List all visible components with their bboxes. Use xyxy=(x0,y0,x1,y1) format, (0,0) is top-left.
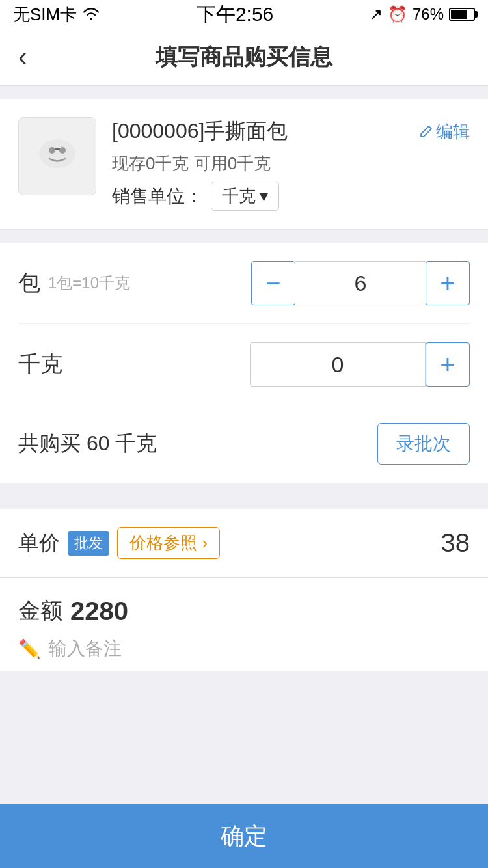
product-logo-icon xyxy=(38,137,77,176)
amount-row: 金额 2280 xyxy=(18,596,470,626)
svg-point-2 xyxy=(59,147,66,154)
kg-quantity-control: + xyxy=(250,342,470,387)
separator-1 xyxy=(0,86,488,99)
remark-row[interactable]: ✏️ 输入备注 xyxy=(18,636,470,661)
product-name-row: [0000006]手撕面包 编辑 xyxy=(112,117,470,146)
product-card: [0000006]手撕面包 编辑 现存0千克 可用0千克 销售单位： 千克 ▾ xyxy=(0,99,488,230)
remark-placeholder: 输入备注 xyxy=(49,636,122,661)
page-title: 填写商品购买信息 xyxy=(156,42,332,72)
remark-icon: ✏️ xyxy=(18,638,41,660)
package-plus-button[interactable]: + xyxy=(426,261,470,305)
input-section: 包 1包=10千克 − + 千克 + xyxy=(0,243,488,405)
status-bar: 无SIM卡 下午2:56 ↗ ⏰ 76% xyxy=(0,0,488,29)
unit-value: 千克 xyxy=(222,185,256,208)
battery-percent: 76% xyxy=(413,5,444,23)
edit-label: 编辑 xyxy=(436,120,470,143)
unit-label: 销售单位： xyxy=(112,184,203,209)
svg-point-0 xyxy=(39,139,75,168)
unit-dropdown-icon: ▾ xyxy=(260,186,268,206)
product-image xyxy=(18,117,96,195)
price-tag: 批发 xyxy=(68,531,109,556)
status-time: 下午2:56 xyxy=(197,1,273,28)
svg-point-1 xyxy=(49,147,55,154)
product-name: [0000006]手撕面包 xyxy=(112,117,288,146)
unit-selector[interactable]: 千克 ▾ xyxy=(211,182,279,211)
amount-label: 金额 xyxy=(18,596,62,626)
location-icon: ↗ xyxy=(370,5,383,23)
package-quantity-input[interactable] xyxy=(295,261,426,305)
package-row: 包 1包=10千克 − + xyxy=(18,243,470,324)
edit-button[interactable]: 编辑 xyxy=(419,120,470,143)
batch-button[interactable]: 录批次 xyxy=(377,423,470,465)
price-section: 单价 批发 价格参照 › 38 xyxy=(0,509,488,577)
amount-section: 金额 2280 ✏️ 输入备注 xyxy=(0,577,488,671)
total-section: 共购买 60 千克 录批次 xyxy=(0,405,488,483)
kg-label: 千克 xyxy=(18,349,62,379)
back-button[interactable]: ‹ xyxy=(18,42,27,72)
amount-value: 2280 xyxy=(70,597,128,626)
product-unit-row: 销售单位： 千克 ▾ xyxy=(112,182,470,211)
svg-rect-3 xyxy=(55,148,60,150)
package-hint: 1包=10千克 xyxy=(48,273,130,293)
package-minus-button[interactable]: − xyxy=(251,261,295,305)
status-right: ↗ ⏰ 76% xyxy=(370,5,475,23)
nav-bar: ‹ 填写商品购买信息 xyxy=(0,29,488,86)
wifi-icon xyxy=(82,5,100,25)
price-ref-button[interactable]: 价格参照 › xyxy=(117,527,220,559)
price-left: 单价 批发 价格参照 › xyxy=(18,527,220,559)
alarm-icon: ⏰ xyxy=(388,5,407,23)
separator-2 xyxy=(0,230,488,243)
price-label: 单价 xyxy=(18,529,60,558)
product-stock: 现存0千克 可用0千克 xyxy=(112,152,470,175)
kg-row: 千克 + xyxy=(18,324,470,405)
separator-3 xyxy=(0,483,488,496)
confirm-bar[interactable]: 确定 xyxy=(0,804,488,868)
product-info: [0000006]手撕面包 编辑 现存0千克 可用0千克 销售单位： 千克 ▾ xyxy=(112,117,470,211)
total-label: 共购买 60 千克 xyxy=(18,429,157,458)
package-quantity-control: − + xyxy=(251,261,470,305)
carrier-label: 无SIM卡 xyxy=(13,3,77,26)
kg-plus-button[interactable]: + xyxy=(426,342,470,387)
confirm-label: 确定 xyxy=(221,821,267,852)
battery-icon xyxy=(449,8,475,21)
package-label: 包 1包=10千克 xyxy=(18,268,130,298)
status-left: 无SIM卡 xyxy=(13,3,100,26)
kg-quantity-input[interactable] xyxy=(250,342,426,387)
price-value: 38 xyxy=(441,528,470,558)
